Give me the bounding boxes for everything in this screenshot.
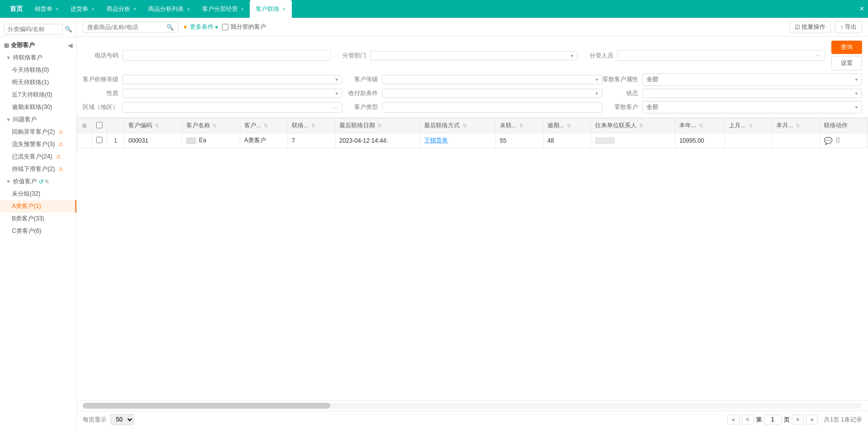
sidebar-group-problem[interactable]: ▼ 问题客户: [0, 113, 76, 126]
sort-unit-icon[interactable]: ⇅: [639, 123, 643, 128]
row-last-month-cell: [725, 133, 772, 148]
sort-last-date-icon[interactable]: ⇅: [378, 123, 381, 128]
table-settings-icon[interactable]: ⚙: [82, 122, 87, 129]
nav-tab-analysis-list[interactable]: 商品分析列表 ×: [142, 0, 196, 18]
page-num-input[interactable]: [764, 415, 782, 425]
next-page-btn[interactable]: >: [792, 415, 804, 425]
sort-overdue-icon[interactable]: ⇅: [567, 123, 571, 128]
edit-icon[interactable]: ✎: [45, 178, 50, 185]
sidebar-item-declining[interactable]: 持续下滑客户(2) ⚠: [0, 163, 76, 175]
sidebar-item-churned[interactable]: 已流失客户(24) ⚠: [0, 151, 76, 163]
nav-tab-sales[interactable]: 销货单 ×: [29, 0, 64, 18]
sidebar-search-icon[interactable]: 🔍: [65, 26, 72, 33]
nav-tab-customer-segment[interactable]: 客户分层经营 ×: [196, 0, 250, 18]
page-size-label: 每页显示: [83, 416, 107, 424]
close-all-button[interactable]: ×: [860, 4, 864, 13]
filter-more-btn[interactable]: ▼ 更多条件 ▾: [182, 23, 218, 31]
sort-last-month-icon[interactable]: ⇅: [749, 123, 753, 128]
adv-dept-label: 分管部门: [330, 52, 370, 60]
sidebar-group-waiting[interactable]: ▼ 待联络客户: [0, 52, 76, 64]
sort-this-year-icon[interactable]: ⇅: [699, 123, 703, 128]
refresh-icon[interactable]: ↺: [39, 178, 44, 185]
collapse-icon[interactable]: ◀: [68, 42, 72, 49]
more-icon[interactable]: ⠿: [835, 137, 840, 145]
horizontal-scrollbar[interactable]: [83, 403, 862, 409]
sidebar-all-customers[interactable]: ⊞ 全部客户 ◀: [0, 39, 76, 52]
prev-page-btn[interactable]: <: [742, 415, 754, 425]
sort-this-month-icon[interactable]: ⇅: [796, 123, 800, 128]
close-analysis-list-icon[interactable]: ×: [187, 6, 190, 12]
nav-tab-customer-contact[interactable]: 客户联络 ×: [250, 0, 291, 18]
select-all-checkbox[interactable]: [96, 122, 103, 128]
nav-tab-analysis[interactable]: 商品分析 ×: [101, 0, 142, 18]
sort-name-icon[interactable]: ⇅: [213, 123, 217, 128]
sidebar-item-tomorrow[interactable]: 明天待联络(1): [0, 76, 76, 89]
adv-phone-label: 电话号码: [83, 52, 122, 60]
sort-no-contact-icon[interactable]: ⇅: [519, 123, 523, 128]
nav-tab-purchase[interactable]: 进货单 ×: [64, 0, 100, 18]
last-method-link[interactable]: 下销货单: [424, 137, 448, 144]
sidebar-item-today[interactable]: 今天待联络(0): [0, 64, 76, 76]
nav-tab-home[interactable]: 首页: [4, 0, 29, 18]
adv-retail-customer-select[interactable]: 全部 ▾: [642, 101, 862, 113]
last-page-btn[interactable]: »: [806, 415, 818, 425]
filter-search-input[interactable]: [87, 24, 166, 31]
horizontal-scrollbar-thumb[interactable]: [83, 403, 330, 409]
sidebar-group-value[interactable]: ▼ 价值客户 ↺ ✎: [0, 175, 76, 188]
dots-icon2[interactable]: ···: [333, 104, 338, 111]
chevron-down-icon3: ▾: [335, 77, 338, 82]
close-customer-segment-icon[interactable]: ×: [241, 6, 244, 12]
sort-code-icon[interactable]: ⇅: [155, 123, 159, 128]
adv-manager-select[interactable]: ···: [617, 50, 825, 61]
first-page-btn[interactable]: «: [727, 415, 740, 425]
row-checkbox[interactable]: [96, 137, 103, 143]
chevron-down-icon: ▾: [215, 24, 218, 31]
chat-icon[interactable]: 💬: [824, 137, 832, 145]
adv-customer-type-input[interactable]: [382, 102, 602, 113]
name-avatar: [186, 137, 196, 144]
dots-icon[interactable]: ···: [816, 52, 821, 59]
settings-btn[interactable]: 设置: [831, 56, 862, 70]
col-header-code: 客户编码 ⇅: [124, 118, 182, 133]
adv-dept-select[interactable]: ▾: [370, 51, 578, 60]
batch-btn[interactable]: ☑ 批量操作: [789, 21, 831, 33]
my-customers-checkbox[interactable]: [222, 24, 228, 30]
sort-contact-count-icon[interactable]: ⇅: [311, 123, 315, 128]
sidebar-item-b-class[interactable]: B类客户(33): [0, 213, 76, 225]
horizontal-scrollbar-area: [77, 400, 868, 411]
sidebar-item-abnormal[interactable]: 回购异常客户(2) ⚠: [0, 126, 76, 138]
adv-price-grade-select[interactable]: ▾: [122, 75, 342, 84]
col-header-last-method: 最后联络方式 ⇅: [420, 118, 496, 133]
close-purchase-icon[interactable]: ×: [91, 6, 94, 12]
grid-icon: ⊞: [4, 42, 9, 49]
sidebar-item-churn-warning[interactable]: 流失预警客户(3) ⚠: [0, 138, 76, 151]
adv-manager-field: 分管人员 ···: [578, 50, 825, 61]
adv-nature-select[interactable]: ▾: [122, 89, 342, 98]
sidebar-search-input[interactable]: [4, 24, 63, 35]
row-last-date-cell: 2023-04-12 14:44:: [335, 133, 420, 148]
export-btn[interactable]: ↑ 导出: [835, 21, 862, 33]
adv-phone-input[interactable]: [122, 50, 330, 61]
sidebar-item-a-class[interactable]: A类客户(1): [0, 200, 76, 213]
page-size-select[interactable]: 50: [110, 414, 134, 425]
adv-retail-attr-select[interactable]: 全部 ▾: [642, 73, 862, 86]
sidebar-item-unclassified[interactable]: 未分组(32): [0, 188, 76, 200]
sort-last-method-icon[interactable]: ⇅: [463, 123, 467, 128]
close-analysis-icon[interactable]: ×: [133, 6, 136, 12]
close-customer-contact-icon[interactable]: ×: [282, 6, 285, 12]
adv-customer-grade-select[interactable]: ▾: [382, 75, 602, 84]
close-sales-icon[interactable]: ×: [55, 6, 58, 12]
warning-icon3: ⚠: [56, 154, 61, 160]
filter-search-icon[interactable]: 🔍: [166, 24, 174, 31]
adv-region-select[interactable]: ···: [122, 102, 342, 113]
query-btn[interactable]: 查询: [831, 41, 862, 54]
adv-status-select[interactable]: ▾: [642, 89, 862, 98]
sidebar-item-overdue[interactable]: 逾期未联络(30): [0, 101, 76, 113]
col-header-this-year: 本年... ⇅: [675, 118, 725, 133]
sort-type-icon[interactable]: ⇅: [264, 123, 268, 128]
adv-retail-attr-field: 零散客户属性 全部 ▾: [602, 73, 862, 86]
sidebar-item-7days[interactable]: 近7天待联络(0): [0, 89, 76, 101]
arrow-down-icon3: ▼: [6, 179, 11, 184]
sidebar-item-c-class[interactable]: C类客户(6): [0, 225, 76, 237]
adv-payment-select[interactable]: ▾: [382, 89, 602, 98]
